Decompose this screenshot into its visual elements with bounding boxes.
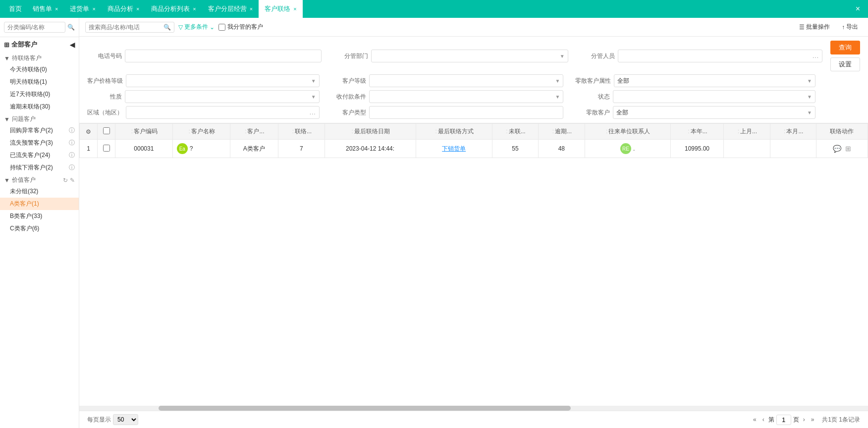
avatar: Ea bbox=[177, 143, 188, 154]
refresh-icon[interactable]: ↻ bbox=[63, 177, 68, 184]
export-button[interactable]: ↑ 导出 bbox=[838, 21, 862, 33]
filter-label: 更多条件 bbox=[184, 23, 208, 31]
sidebar-item-class-a[interactable]: A类客户(1) bbox=[0, 198, 79, 210]
filter-icon: ▽ bbox=[178, 24, 183, 31]
filter-cell-price-level: 客户价格等级 ▼ bbox=[87, 74, 331, 87]
overdue-cell: 48 bbox=[539, 140, 585, 158]
nav-product-list[interactable]: 商品分析列表 × bbox=[145, 0, 202, 18]
close-icon[interactable]: × bbox=[136, 6, 139, 12]
toolbar-search-box[interactable]: 🔍 bbox=[85, 22, 174, 33]
query-button[interactable]: 查询 bbox=[830, 41, 860, 54]
sidebar-item-ungrouped[interactable]: 未分组(32) bbox=[0, 185, 79, 198]
sidebar-group-pending[interactable]: ▼ 待联络客户 bbox=[0, 52, 79, 63]
page-size-select[interactable]: 50 20 100 bbox=[113, 414, 138, 425]
person-input[interactable]: ... bbox=[618, 50, 822, 62]
nav-sales[interactable]: 销售单 × bbox=[27, 0, 64, 18]
status-select[interactable]: ▼ bbox=[613, 90, 815, 103]
sidebar-group-problem[interactable]: ▼ 问题客户 bbox=[0, 113, 79, 124]
retail-attr-select[interactable]: 全部▼ bbox=[614, 74, 815, 87]
sidebar-item-declining[interactable]: 持续下滑客户(2) ⓘ bbox=[0, 161, 79, 174]
sidebar-item-class-c[interactable]: C类客户(6) bbox=[0, 222, 79, 235]
last-method-link[interactable]: 下销货单 bbox=[442, 145, 466, 152]
nav-purchase[interactable]: 进货单 × bbox=[64, 0, 101, 18]
row-checkbox-cell[interactable] bbox=[98, 140, 115, 158]
dept-label: 分管部门 bbox=[333, 52, 368, 60]
customer-name-text: ? bbox=[190, 145, 193, 152]
sidebar-item-today[interactable]: 今天待联络(0) bbox=[0, 63, 79, 76]
payment-select[interactable]: ▼ bbox=[369, 90, 564, 103]
filter-cell-customer-level: 客户等级 ▼ bbox=[331, 74, 576, 87]
sidebar-search-input[interactable] bbox=[4, 22, 65, 33]
select-all-checkbox[interactable] bbox=[103, 127, 110, 134]
edit-icon[interactable]: ✎ bbox=[70, 177, 75, 184]
close-icon[interactable]: × bbox=[293, 6, 296, 12]
customer-level-select[interactable]: ▼ bbox=[369, 74, 564, 87]
qr-icon[interactable]: ⊞ bbox=[845, 145, 851, 153]
sidebar-item-repurchase-abnormal[interactable]: 回购异常客户(2) ⓘ bbox=[0, 124, 79, 137]
first-page-button[interactable]: « bbox=[751, 415, 759, 424]
settings-button[interactable]: 设置 bbox=[830, 57, 860, 71]
last-method-cell: 下销货单 bbox=[416, 140, 492, 158]
close-icon[interactable]: × bbox=[250, 6, 253, 12]
price-level-select[interactable]: ▼ bbox=[126, 74, 320, 87]
last-page-button[interactable]: » bbox=[809, 415, 816, 424]
nature-select[interactable]: ▼ bbox=[125, 90, 320, 103]
sidebar-group-value[interactable]: ▼ 价值客户 ↻ ✎ bbox=[0, 174, 79, 185]
group-problem-label: 问题客户 bbox=[12, 115, 36, 123]
sidebar-item-churn-warning[interactable]: 流失预警客户(3) ⓘ bbox=[0, 137, 79, 149]
phone-input[interactable] bbox=[125, 50, 322, 62]
no-contact-column-header: :未联... bbox=[492, 124, 538, 140]
nav-customer-contact[interactable]: 客户联络 × bbox=[259, 0, 302, 18]
retail-customer-label: 零散客户 bbox=[575, 108, 610, 117]
table-row: 1 000031 Ea ? A类客户 7 2023-04-12 14:44: bbox=[80, 140, 868, 158]
pagination: « ‹ 第 页 › » bbox=[751, 415, 816, 425]
nav-customer-segment[interactable]: 客户分层经营 × bbox=[202, 0, 259, 18]
filter-more-button[interactable]: ▽ 更多条件 ⌄ bbox=[178, 23, 215, 31]
next-page-button[interactable]: › bbox=[801, 415, 807, 424]
table-header-row: ⚙ :客户编码 :客户名称 :客户... :联络... :最后联络日期 :最后联… bbox=[80, 124, 868, 140]
search-input[interactable] bbox=[89, 24, 163, 31]
region-input[interactable]: ... bbox=[126, 106, 320, 119]
sidebar-item-tomorrow[interactable]: 明天待联络(1) bbox=[0, 76, 79, 88]
export-icon: ↑ bbox=[842, 24, 845, 31]
window-close-button[interactable]: × bbox=[852, 4, 864, 13]
filter-cell-status: 状态 ▼ bbox=[575, 90, 819, 103]
page-number-input[interactable] bbox=[776, 415, 791, 425]
collapse-icon[interactable]: ◀ bbox=[70, 41, 75, 49]
product-analysis-label: 商品分析 bbox=[108, 4, 133, 13]
filter-cell-retail-customer: 零散客户 全部▼ bbox=[575, 106, 819, 119]
customer-segment-label: 客户分层经营 bbox=[208, 4, 247, 13]
close-icon[interactable]: × bbox=[92, 6, 95, 12]
person-name: . bbox=[633, 145, 635, 152]
dept-select[interactable]: ▼ bbox=[371, 50, 568, 62]
my-customers-check[interactable] bbox=[218, 24, 225, 31]
nav-home[interactable]: 首页 bbox=[4, 0, 27, 18]
prev-page-button[interactable]: ‹ bbox=[760, 415, 766, 424]
page-size-label: 每页显示 bbox=[87, 416, 111, 424]
settings-column-header[interactable]: ⚙ bbox=[80, 124, 98, 140]
nav-product-analysis[interactable]: 商品分析 × bbox=[102, 0, 145, 18]
search-icon[interactable]: 🔍 bbox=[163, 24, 171, 31]
chevron-down-icon: ▼ bbox=[560, 54, 565, 59]
comment-icon[interactable]: 💬 bbox=[833, 145, 841, 153]
arrow-down-icon: ▼ bbox=[4, 116, 10, 123]
row-checkbox[interactable] bbox=[103, 145, 110, 152]
my-customers-checkbox[interactable]: 我分管的客户 bbox=[218, 23, 263, 31]
horizontal-scrollbar[interactable] bbox=[79, 406, 868, 411]
close-icon[interactable]: × bbox=[55, 6, 58, 12]
sidebar-search-icon[interactable]: 🔍 bbox=[67, 24, 75, 31]
sidebar-all-customers[interactable]: ⊞ 全部客户 ◀ bbox=[0, 37, 79, 52]
sidebar-item-7days[interactable]: 近7天待联络(0) bbox=[0, 88, 79, 101]
all-customers-label: 全部客户 bbox=[11, 40, 37, 49]
filter-row-4: 区域（地区） ... 客户类型 零散客户 全部▼ bbox=[87, 106, 860, 119]
retail-customer-select[interactable]: 全部▼ bbox=[613, 106, 815, 119]
batch-op-button[interactable]: ☰ 批量操作 bbox=[795, 21, 834, 33]
checkbox-column-header[interactable] bbox=[98, 124, 115, 140]
sidebar-item-churned[interactable]: 已流失客户(24) ⓘ bbox=[0, 149, 79, 161]
sidebar-item-overdue-contact[interactable]: 逾期未联络(30) bbox=[0, 101, 79, 113]
sidebar-item-class-b[interactable]: B类客户(33) bbox=[0, 210, 79, 222]
group-pending-label: 待联络客户 bbox=[12, 54, 42, 62]
close-icon[interactable]: × bbox=[193, 6, 196, 12]
customer-type-input[interactable] bbox=[369, 106, 564, 119]
sidebar: 🔍 ⊞ 全部客户 ◀ ▼ 待联络客户 今天待联络(0) 明天待联络(1) 近7天… bbox=[0, 18, 79, 428]
